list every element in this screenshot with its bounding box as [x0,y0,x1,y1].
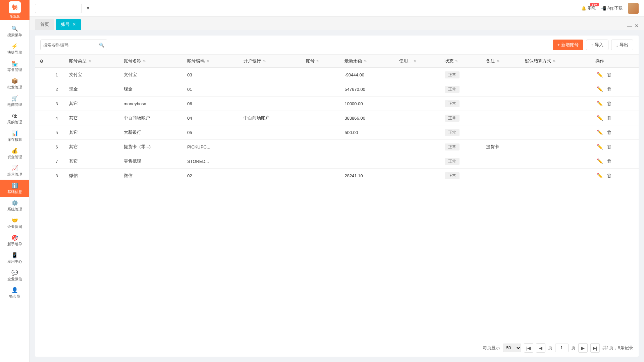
toolbar-right: + 新增账号 ↑ 导入 ↓ 导出 [553,40,633,50]
edit-button[interactable]: ✏️ [595,158,604,165]
messages-button[interactable]: 🔔 消息 99+ [581,5,596,11]
table-row: 5 其它 大新银行 05 500.00 正常 ✏️ 🗑 [35,125,639,140]
row-status: 正常 [441,125,482,140]
sidebar-item-ecommerce[interactable]: 🛒 电商管理 [0,93,29,110]
user-avatar[interactable] [628,3,639,14]
next-page-button[interactable]: ▶ [578,343,588,353]
row-account [302,68,341,82]
shortcut-icon: ⚡ [11,43,18,49]
col-name[interactable]: 账号名称 ⇅ [120,55,183,68]
sidebar-item-basic[interactable]: ℹ️ 基础信息 [0,180,29,197]
page-label: 页 [548,345,552,351]
edit-button[interactable]: ✏️ [595,114,604,122]
delete-button[interactable]: 🗑 [605,100,613,107]
export-icon: ↓ [616,43,619,48]
sidebar-label-app-center: 应用中心 [7,259,22,264]
row-actions: ✏️ 🗑 [591,169,639,183]
status-badge: 正常 [445,172,460,179]
row-type: 其它 [65,97,120,111]
import-button[interactable]: ↑ 导入 [586,40,608,50]
prev-page-button[interactable]: ◀ [536,343,545,353]
edit-button[interactable]: ✏️ [595,172,604,179]
delete-button[interactable]: 🗑 [605,172,613,179]
sidebar-label-inventory: 库存核算 [7,137,22,142]
top-search-input[interactable] [35,4,82,13]
delete-button[interactable]: 🗑 [605,114,613,121]
first-page-button[interactable]: |◀ [524,343,533,353]
col-note[interactable]: 备注 ⇅ [482,55,521,68]
col-account[interactable]: 账号 ⇅ [302,55,341,68]
add-account-label: + 新增账号 [557,42,579,48]
row-usage [395,140,440,154]
col-code[interactable]: 账号编码 ⇅ [183,55,239,68]
col-type[interactable]: 账号类型 ⇅ [65,55,120,68]
col-status[interactable]: 状态 ⇅ [441,55,482,68]
status-badge: 正常 [445,115,460,122]
row-name: 微信 [120,169,183,183]
sidebar-item-wholesale[interactable]: 📦 批发管理 [0,75,29,93]
row-bank [239,169,302,183]
sidebar-item-shortcut[interactable]: ⚡ 快捷导航 [0,40,29,58]
sidebar-item-finance[interactable]: 💰 资金管理 [0,145,29,162]
row-status: 正常 [441,154,482,169]
sidebar-label-wechat: 企业微信 [7,277,22,282]
top-dropdown-btn[interactable]: ▼ [86,6,90,11]
per-page-select[interactable]: 50 20 100 [503,344,521,352]
col-usage[interactable]: 使用... ⇅ [395,55,440,68]
tab-close-all-icon[interactable]: ✕ [635,23,639,28]
sidebar-item-app-center[interactable]: 📱 应用中心 [0,249,29,267]
app-download-button[interactable]: 📲 App下载 [601,5,623,11]
tab-minimize-icon[interactable]: — [627,23,632,28]
search-icon: 🔍 [99,43,104,48]
delete-button[interactable]: 🗑 [605,85,613,93]
row-account [302,82,341,97]
sidebar-item-system[interactable]: ⚙️ 系统管理 [0,197,29,215]
sidebar-item-wechat[interactable]: 💬 企业微信 [0,267,29,284]
sidebar-item-retail[interactable]: 🏪 零售管理 [0,58,29,75]
sidebar-item-purchase[interactable]: 🛍 采购管理 [0,110,29,127]
col-default-payment[interactable]: 默认结算方式 ⇅ [521,55,591,68]
sidebar-item-inventory[interactable]: 📊 库存核算 [0,127,29,145]
export-button[interactable]: ↓ 导出 [611,40,634,50]
delete-button[interactable]: 🗑 [605,143,613,150]
logo-icon: 畅 [9,1,21,13]
edit-button[interactable]: ✏️ [595,71,604,78]
edit-button[interactable]: ✏️ [595,143,604,150]
tab-home[interactable]: 首页 [35,19,54,30]
tab-accounts[interactable]: 账号 ✕ [56,19,81,30]
sidebar-item-agreement[interactable]: 🤝 企业协同 [0,215,29,232]
edit-button[interactable]: ✏️ [595,100,604,107]
tab-close-icon[interactable]: ✕ [72,22,76,27]
search-icon: 🔍 [11,25,18,32]
sidebar-item-guide[interactable]: 🎯 新手引导 [0,232,29,249]
main-area: ▼ 🔔 消息 99+ 📲 App下载 首页 账号 ✕ — ✕ [30,0,644,362]
account-search-input[interactable] [43,43,97,47]
row-bank [239,125,302,140]
row-account [302,111,341,125]
content-card: 🔍 + 新增账号 ↑ 导入 ↓ 导出 [35,36,639,357]
row-usage [395,68,440,82]
col-settings[interactable]: ⚙ [35,55,48,68]
last-page-button[interactable]: ▶| [590,343,600,353]
row-type: 其它 [65,140,120,154]
add-account-button[interactable]: + 新增账号 [553,40,583,50]
table-header-row: ⚙ 账号类型 ⇅ 账号名称 ⇅ 账号编码 ⇅ 开户银行 ⇅ 账号 ⇅ 最新余额 … [35,55,639,68]
delete-button[interactable]: 🗑 [605,71,613,78]
row-actions: ✏️ 🗑 [591,125,639,140]
delete-button[interactable]: 🗑 [605,158,613,165]
edit-button[interactable]: ✏️ [595,85,604,93]
sidebar-item-search[interactable]: 🔍 搜索菜单 [0,23,29,40]
sidebar-item-operations[interactable]: 📈 经营管理 [0,162,29,180]
col-balance[interactable]: 最新余额 ⇅ [340,55,395,68]
row-account [302,125,341,140]
delete-button[interactable]: 🗑 [605,129,613,136]
system-icon: ⚙️ [11,200,18,206]
sidebar-item-member[interactable]: 👤 畅会员 [0,284,29,302]
page-number-input[interactable] [555,344,569,352]
row-actions: ✏️ 🗑 [591,97,639,111]
table-row: 6 其它 提货卡（零...) PICKUPC... 正常 提货卡 ✏️ 🗑 [35,140,639,154]
row-name: moneybosx [120,97,183,111]
col-bank[interactable]: 开户银行 ⇅ [239,55,302,68]
row-default-payment [521,154,591,169]
edit-button[interactable]: ✏️ [595,129,604,136]
